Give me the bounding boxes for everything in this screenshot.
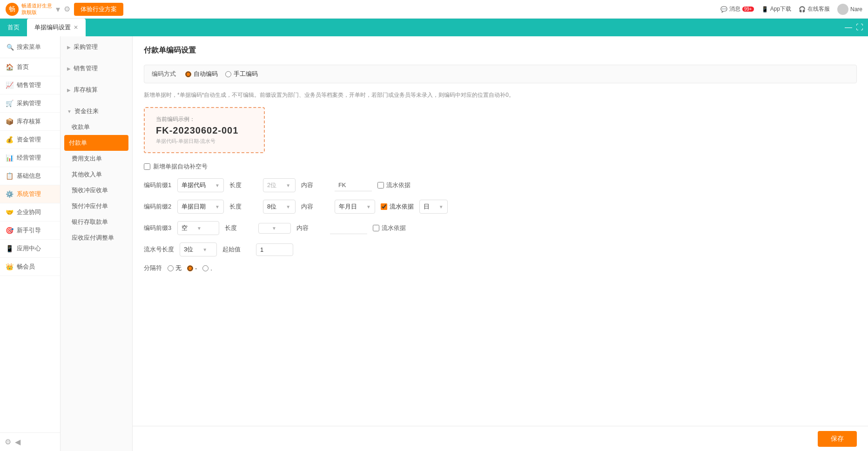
sep-none-radio[interactable]: 无 — [168, 264, 182, 272]
top-bar-left: 畅 畅通道好生意 旗舰版 ▾ ⚙ 体验行业方案 — [6, 3, 717, 16]
sidebar-item-newbie[interactable]: 🎯 新手引导 — [0, 222, 60, 240]
sidebar-settings-btn[interactable]: ⚙ — [5, 438, 11, 446]
prefix2-select-wrapper: 单据日期 ▼ — [177, 200, 224, 214]
user-avatar — [837, 4, 848, 15]
top-bar-right: 💬 消息 99+ 📱 App下载 🎧 在线客服 Nare — [720, 4, 862, 15]
content2-select[interactable]: 年月日 ▼ — [335, 200, 375, 214]
sidebar-item-purchase[interactable]: 🛒 采购管理 — [0, 94, 60, 113]
radio-auto[interactable]: 自动编码 — [185, 70, 218, 78]
serial-length-wrapper: 3位 ▼ — [180, 242, 217, 256]
sec-item-ar-ap-adjust[interactable]: 应收应付调整单 — [61, 230, 132, 246]
prefix1-label: 编码前缀1 — [144, 181, 172, 189]
trial-btn[interactable]: 体验行业方案 — [74, 3, 123, 16]
serial-length-label: 流水号长度 — [144, 245, 174, 254]
enterprise-icon: 🤝 — [6, 209, 13, 216]
sidebar-item-system[interactable]: ⚙️ 系统管理 — [0, 185, 60, 203]
sidebar-collapse-btn[interactable]: ◀ — [15, 438, 20, 446]
top-bar: 畅 畅通道好生意 旗舰版 ▾ ⚙ 体验行业方案 💬 消息 99+ 📱 App下载… — [0, 0, 868, 19]
length3-select[interactable]: ▼ — [258, 223, 291, 234]
app-download-btn[interactable]: 📱 App下载 — [761, 5, 791, 13]
serial-length-select[interactable]: 3位 ▼ — [180, 242, 217, 256]
code-preview-box: 当前编码示例： FK-20230602-001 单据代码-单据日期-流水号 — [144, 107, 265, 153]
tab-controls: — ⛶ — [845, 23, 863, 32]
prefix1-select-wrapper: 单据代码 ▼ — [177, 178, 224, 192]
user-area[interactable]: Nare — [837, 4, 862, 15]
sec-header-purchase[interactable]: ▶ 采购管理 — [61, 39, 132, 55]
sidebar-item-app-center[interactable]: 📱 应用中心 — [0, 240, 60, 258]
sidebar-item-basic-info[interactable]: 📋 基础信息 — [0, 167, 60, 185]
sec-item-other-income[interactable]: 其他收入单 — [61, 167, 132, 182]
waterfall3-checkbox[interactable] — [373, 225, 379, 231]
sales-icon: 📈 — [6, 81, 13, 89]
sec-header-capital[interactable]: ▼ 资金往来 — [61, 103, 132, 119]
prefix2-row: 编码前缀2 单据日期 ▼ 长度 8位 ▼ 内容 年月日 ▼ — [144, 200, 857, 214]
length2-select-wrapper: 8位 ▼ — [263, 200, 296, 214]
tab-close-icon[interactable]: ✕ — [74, 24, 78, 31]
sec-item-advance-offset[interactable]: 预付冲应付单 — [61, 198, 132, 214]
sidebar-item-operations[interactable]: 📊 经营管理 — [0, 149, 60, 167]
waterfall2-checkbox-item[interactable]: 流水依据 — [381, 202, 414, 211]
length1-select[interactable]: 2位 ▼ — [263, 178, 296, 192]
radio-manual[interactable]: 手工编码 — [225, 70, 258, 78]
length3-select-wrapper: ▼ — [258, 223, 291, 234]
serial-number-row: 流水号长度 3位 ▼ 起始值 — [144, 242, 857, 256]
sidebar-item-finance[interactable]: 💰 资金管理 — [0, 131, 60, 149]
save-button[interactable]: 保存 — [818, 431, 857, 447]
prefix3-arrow: ▼ — [197, 226, 202, 231]
sec-group-sales: ▶ 销售管理 — [61, 58, 132, 79]
secondary-sidebar: ▶ 采购管理 ▶ 销售管理 ▶ 库存核算 ▼ 资金往来 收款单 — [61, 36, 133, 451]
tab-home[interactable]: 首页 — [0, 19, 27, 36]
sidebar-search: 🔍 搜索菜单 — [0, 36, 60, 58]
main-layout: 🔍 搜索菜单 🏠 首页 📈 销售管理 🛒 采购管理 📦 库存核算 💰 资金管理 … — [0, 36, 868, 451]
arrow-inventory: ▶ — [67, 88, 71, 93]
sep-dash-radio[interactable]: - — [187, 265, 197, 272]
app-center-icon: 📱 — [6, 245, 13, 252]
settings-icon[interactable]: ⚙ — [64, 5, 70, 13]
content2-label: 内容 — [301, 202, 329, 211]
sidebar-item-inventory[interactable]: 📦 库存核算 — [0, 113, 60, 131]
sidebar-item-home[interactable]: 🏠 首页 — [0, 58, 60, 76]
online-service-btn[interactable]: 🎧 在线客服 — [799, 5, 830, 13]
message-badge: 99+ — [742, 7, 754, 12]
waterfall1-checkbox-item[interactable]: 流水依据 — [377, 181, 410, 189]
sec-item-receipt[interactable]: 收款单 — [61, 119, 132, 135]
waterfall2-period-select[interactable]: 日 ▼ — [419, 200, 448, 214]
sidebar-item-member[interactable]: 👑 畅会员 — [0, 258, 60, 276]
tab-encoding-settings[interactable]: 单据编码设置 ✕ — [27, 19, 86, 36]
prefix3-select[interactable]: 空 ▼ — [177, 221, 219, 235]
sec-item-payment[interactable]: 付款单 — [64, 135, 128, 151]
prefix2-select[interactable]: 单据日期 ▼ — [177, 200, 224, 214]
waterfall2-checkbox[interactable] — [381, 203, 387, 210]
length1-select-wrapper: 2位 ▼ — [263, 178, 296, 192]
new-row-checkbox[interactable] — [144, 163, 150, 170]
start-value-input[interactable] — [256, 243, 293, 256]
nav-arrow[interactable]: ▾ — [56, 4, 60, 14]
sec-group-capital: ▼ 资金往来 收款单 付款单 费用支出单 其他收入单 预收冲应收单 预付冲应付单 — [61, 101, 132, 249]
prefix3-select-wrapper: 空 ▼ — [177, 221, 219, 235]
sidebar-item-sales[interactable]: 📈 销售管理 — [0, 76, 60, 94]
arrow-purchase: ▶ — [67, 45, 71, 50]
waterfall1-checkbox[interactable] — [377, 182, 384, 188]
sec-item-prepaid-offset[interactable]: 预收冲应收单 — [61, 182, 132, 198]
messages-btn[interactable]: 💬 消息 99+ — [720, 5, 754, 13]
waterfall3-checkbox-item[interactable]: 流水依据 — [373, 224, 406, 232]
sec-item-bank-deposit[interactable]: 银行存取款单 — [61, 214, 132, 230]
sep-dot-radio[interactable]: . — [202, 265, 212, 272]
content1-input — [335, 179, 372, 191]
search-menu-btn[interactable]: 🔍 搜索菜单 — [4, 41, 56, 53]
sidebar-item-enterprise[interactable]: 🤝 企业协同 — [0, 203, 60, 222]
tab-minimize-icon[interactable]: — — [845, 23, 852, 32]
sec-item-expense[interactable]: 费用支出单 — [61, 151, 132, 167]
content3-label: 内容 — [296, 224, 324, 232]
newbie-icon: 🎯 — [6, 227, 13, 234]
sidebar-bottom: ⚙ ◀ — [0, 432, 60, 451]
page-title: 付款单编码设置 — [144, 46, 857, 55]
length2-select[interactable]: 8位 ▼ — [263, 200, 296, 214]
sec-header-inventory[interactable]: ▶ 库存核算 — [61, 82, 132, 98]
period-arrow: ▼ — [439, 204, 444, 209]
waterfall2-period-wrapper: 日 ▼ — [419, 200, 448, 214]
inventory-icon: 📦 — [6, 118, 13, 125]
prefix1-select[interactable]: 单据代码 ▼ — [177, 178, 224, 192]
sec-header-sales[interactable]: ▶ 销售管理 — [61, 61, 132, 76]
tab-maximize-icon[interactable]: ⛶ — [856, 23, 863, 32]
